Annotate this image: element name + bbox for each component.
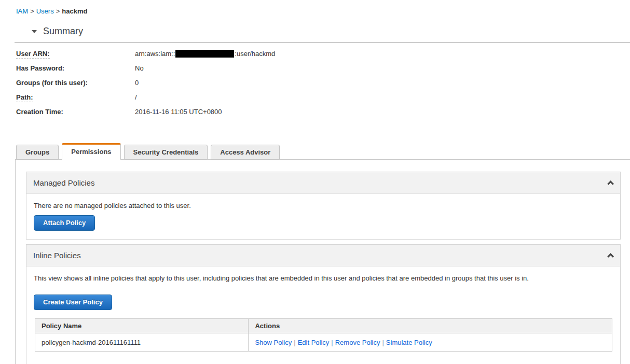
policy-table-body: policygen-hackmd-201611161111Show Policy… [35,333,612,352]
simulate-policy-link[interactable]: Simulate Policy [386,339,432,346]
field-label-user-arn: User ARN: [16,50,135,58]
column-header-policy-name: Policy Name [35,319,249,333]
managed-policies-empty-message: There are no managed policies attached t… [34,202,613,209]
inline-policy-table: Policy NameActions policygen-hackmd-2016… [35,318,612,352]
policy-name-cell: policygen-hackmd-201611161111 [35,333,249,352]
managed-policies-body: There are no managed policies attached t… [26,194,620,239]
show-policy-link[interactable]: Show Policy [255,339,292,346]
attach-policy-button[interactable]: Attach Policy [34,215,95,231]
tab-bar: GroupsPermissionsSecurity CredentialsAcc… [16,143,630,159]
field-label-path: Path: [16,93,135,101]
breadcrumb-item-hackmd: hackmd [62,7,87,15]
chevron-up-icon[interactable] [607,180,614,187]
tab-access-advisor[interactable]: Access Advisor [211,145,280,160]
summary-title: Summary [43,26,83,37]
table-row: policygen-hackmd-201611161111Show Policy… [35,333,612,352]
field-value-user-arn: arn:aws:iam:::user/hackmd [135,50,275,58]
summary-section-header: Summary [15,26,630,43]
iam-user-detail-page: { "breadcrumb": { "separator": ">", "ite… [0,0,630,364]
breadcrumb-item-iam[interactable]: IAM [16,7,28,15]
breadcrumb-separator: > [56,7,60,15]
summary-collapse-triangle-icon[interactable] [32,30,37,33]
policy-table-head-row: Policy NameActions [35,319,612,333]
managed-policies-title: Managed Policies [33,178,94,187]
inline-policies-description: This view shows all inline policies that… [34,274,613,282]
summary-field-row: Path:/ [16,90,630,104]
edit-policy-link[interactable]: Edit Policy [298,339,330,346]
field-label-creation-time: Creation Time: [16,108,135,116]
inline-policies-header[interactable]: Inline Policies [26,245,620,267]
redacted-account-id [175,50,234,58]
managed-policies-section: Managed Policies There are no managed po… [26,172,621,240]
action-separator: | [294,339,295,346]
field-label-text: User ARN: [16,50,50,59]
field-value-path: / [135,93,137,101]
breadcrumb-item-users[interactable]: Users [36,7,54,15]
field-label-text: Has Password: [16,64,64,72]
field-label-has-password: Has Password: [16,64,135,72]
summary-field-row: Groups (for this user):0 [16,75,630,90]
summary-field-row: Creation Time:2016-11-16 11:05 UTC+0800 [16,104,630,119]
tab-groups[interactable]: Groups [16,145,59,160]
inline-policies-title: Inline Policies [33,251,81,260]
field-value-creation-time: 2016-11-16 11:05 UTC+0800 [135,108,222,116]
breadcrumb-separator: > [30,7,34,15]
managed-policies-header[interactable]: Managed Policies [26,172,620,194]
breadcrumb: IAM>Users>hackmd [0,0,630,15]
field-label-text: Groups (for this user): [16,79,88,87]
inline-policies-section: Inline Policies This view shows all inli… [26,244,621,364]
field-value-has-password: No [135,64,144,72]
summary-fields: User ARN:arn:aws:iam:::user/hackmdHas Pa… [0,43,630,119]
field-label-groups-for-this-user: Groups (for this user): [16,79,135,87]
column-header-actions: Actions [249,319,612,333]
field-label-text: Path: [16,93,33,102]
permissions-tab-panel: Managed Policies There are no managed po… [15,159,630,364]
policy-actions-cell: Show Policy|Edit Policy|Remove Policy|Si… [249,333,612,352]
create-user-policy-button[interactable]: Create User Policy [34,295,112,310]
chevron-up-icon[interactable] [607,253,614,260]
summary-field-row: Has Password:No [16,61,630,75]
action-separator: | [331,339,333,346]
field-value-groups-for-this-user: 0 [135,79,139,87]
summary-field-row: User ARN:arn:aws:iam:::user/hackmd [16,46,630,61]
field-label-text: Creation Time: [16,108,63,116]
action-separator: | [382,339,384,346]
tab-permissions[interactable]: Permissions [62,143,120,160]
inline-policies-body: This view shows all inline policies that… [26,267,620,364]
remove-policy-link[interactable]: Remove Policy [335,339,380,346]
tab-security-credentials[interactable]: Security Credentials [124,145,208,160]
